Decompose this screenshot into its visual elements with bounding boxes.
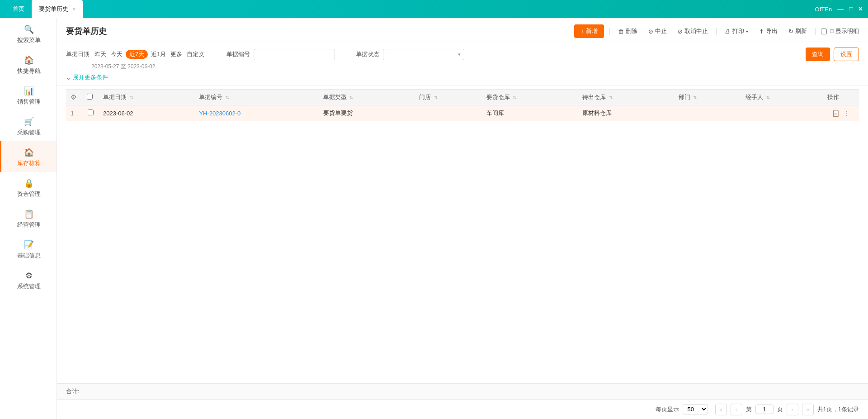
th-department-label: 部门 (679, 94, 690, 100)
th-store-label: 门店 (419, 94, 431, 100)
sidebar-item-sales[interactable]: 📊 销售管理 (0, 80, 57, 110)
tab-home[interactable]: 首页 (5, 0, 32, 18)
cell-department (674, 105, 741, 121)
th-date[interactable]: 单据日期 ⇅ (99, 90, 194, 105)
th-order-no[interactable]: 单据编号 ⇅ (194, 90, 318, 105)
status-select[interactable] (383, 49, 464, 60)
sidebar-item-search[interactable]: 🔍 搜索菜单 (0, 18, 57, 49)
page-input[interactable] (755, 405, 774, 414)
sidebar-label-sales: 销售管理 (17, 98, 41, 106)
cell-order-no: YH-20230602-0 (194, 105, 318, 121)
shortcut-today[interactable]: 今天 (109, 50, 124, 59)
order-no-input[interactable] (254, 49, 335, 60)
th-handler[interactable]: 经手人 ⇅ (741, 90, 823, 105)
export-label: 导出 (766, 27, 778, 35)
sidebar-item-basic[interactable]: 📝 基础信息 (0, 233, 57, 264)
th-type[interactable]: 单据类型 ⇅ (319, 90, 415, 105)
divider-3 (815, 28, 816, 35)
sort-order-no-icon: ⇅ (226, 95, 229, 100)
row-checkbox[interactable] (88, 110, 94, 115)
th-actions-label: 操作 (827, 94, 839, 100)
th-req-warehouse[interactable]: 要货仓库 ⇅ (482, 90, 578, 105)
sidebar-label-finance: 资金管理 (17, 190, 41, 198)
query-button[interactable]: 查询 (806, 48, 830, 61)
close-btn[interactable]: × (859, 5, 863, 13)
refresh-icon: ↻ (788, 28, 793, 35)
print-button[interactable]: 🖨 打印 ▾ (722, 25, 751, 37)
shortcut-yesterday[interactable]: 昨天 (93, 50, 108, 59)
refresh-label: 刷新 (795, 27, 807, 35)
shortcut-7days[interactable]: 近7天 (126, 50, 148, 59)
date-shortcuts: 昨天 今天 近7天 近1月 更多 自定义 (93, 50, 206, 59)
expand-more-btn[interactable]: ⌄ 展开更多条件 (66, 73, 859, 81)
toolbar: + 新增 🗑 删除 ⊘ 中止 ⊘ 取消中止 🖨 打印 (574, 24, 859, 38)
date-filter-group: 单据日期 昨天 今天 近7天 近1月 更多 自定义 (66, 50, 206, 59)
shortcut-1month[interactable]: 近1月 (150, 50, 167, 59)
order-no-link[interactable]: YH-20230602-0 (199, 110, 241, 117)
row-edit-icon[interactable]: 📋 (832, 110, 840, 117)
cell-date: 2023-06-02 (99, 105, 194, 121)
minimize-btn[interactable]: — (837, 5, 844, 13)
export-button[interactable]: ⬆ 导出 (756, 25, 780, 37)
pagination-bar: 每页显示 20 50 100 200 « ‹ 第 页 › » 共1页，1条记录 (57, 399, 868, 419)
sidebar-item-operation[interactable]: 📋 经营管理 (0, 203, 57, 233)
row-more-icon[interactable]: ⋮ (844, 110, 850, 117)
shortcut-custom[interactable]: 自定义 (185, 50, 206, 59)
data-table: ⚙ 单据日期 ⇅ 单据编号 ⇅ (66, 89, 859, 121)
summary-label: 合计: (66, 387, 80, 395)
divider-2 (716, 28, 717, 35)
sidebar-item-inventory[interactable]: 🏠 库存核算 (0, 141, 57, 172)
display-detail-toggle[interactable]: □ 显示明细 (821, 27, 859, 35)
sidebar-label-system: 系统管理 (17, 282, 41, 290)
divider-1 (609, 28, 610, 35)
page-first-btn[interactable]: « (715, 404, 727, 415)
cancel-stop-button[interactable]: ⊘ 取消中止 (675, 25, 711, 37)
shortcut-more[interactable]: 更多 (169, 50, 184, 59)
settings-button[interactable]: 设置 (834, 48, 859, 61)
print-icon: 🖨 (725, 28, 731, 35)
sidebar-label-purchase: 采购管理 (17, 129, 41, 137)
refresh-button[interactable]: ↻ 刷新 (786, 25, 810, 37)
new-button[interactable]: + 新增 (574, 24, 604, 38)
th-pending-warehouse[interactable]: 待出仓库 ⇅ (578, 90, 674, 105)
maximize-btn[interactable]: □ (849, 5, 853, 13)
page-header: 要货单历史 + 新增 🗑 删除 ⊘ 中止 ⊘ 取消中止 🖨 (57, 18, 868, 42)
sidebar-item-purchase[interactable]: 🛒 采购管理 (0, 110, 57, 141)
inventory-icon: 🏠 (24, 148, 34, 157)
page-last-btn[interactable]: » (802, 404, 814, 415)
top-bar-right: OfTEn — □ × (815, 5, 863, 13)
sort-pending-warehouse-icon: ⇅ (609, 95, 613, 100)
page-unit-label: 页 (777, 405, 783, 414)
page-prev-btn[interactable]: ‹ (731, 404, 742, 415)
sales-icon: 📊 (24, 86, 34, 96)
display-detail-checkbox[interactable] (821, 29, 827, 34)
filter-row-1: 单据日期 昨天 今天 近7天 近1月 更多 自定义 单据编号 (66, 48, 859, 61)
date-range-display: 2023-05-27 至 2023-06-02 (91, 63, 859, 71)
home-icon: 🏠 (24, 55, 34, 65)
th-store[interactable]: 门店 ⇅ (415, 90, 482, 105)
sidebar-label-basic: 基础信息 (17, 252, 41, 260)
status-select-wrapper (383, 49, 464, 60)
sidebar-item-quick-nav[interactable]: 🏠 快捷导航 (0, 49, 57, 80)
sort-type-icon: ⇅ (349, 95, 353, 100)
expand-label: 展开更多条件 (73, 73, 108, 81)
delete-button[interactable]: 🗑 删除 (615, 25, 640, 37)
th-type-label: 单据类型 (323, 94, 347, 100)
th-date-label: 单据日期 (103, 94, 127, 100)
page-next-btn[interactable]: › (787, 404, 798, 415)
th-department[interactable]: 部门 ⇅ (674, 90, 741, 105)
sort-req-warehouse-icon: ⇅ (513, 95, 516, 100)
tab-order-history[interactable]: 要货单历史 × (32, 0, 83, 18)
status-filter-group: 单据状态 (356, 49, 464, 60)
th-handler-label: 经手人 (745, 94, 763, 100)
status-label: 单据状态 (356, 50, 379, 58)
select-all-checkbox[interactable] (87, 94, 93, 100)
stop-button[interactable]: ⊘ 中止 (646, 25, 670, 37)
page-size-select[interactable]: 20 50 100 200 (683, 404, 708, 414)
cancel-stop-icon: ⊘ (678, 28, 683, 35)
column-settings-icon[interactable]: ⚙ (71, 93, 76, 101)
tab-close-icon[interactable]: × (73, 6, 75, 12)
page-title: 要货单历史 (66, 26, 107, 37)
sidebar-item-system[interactable]: ⚙ 系统管理 (0, 264, 57, 295)
sidebar-item-finance[interactable]: 🔒 资金管理 (0, 172, 57, 203)
